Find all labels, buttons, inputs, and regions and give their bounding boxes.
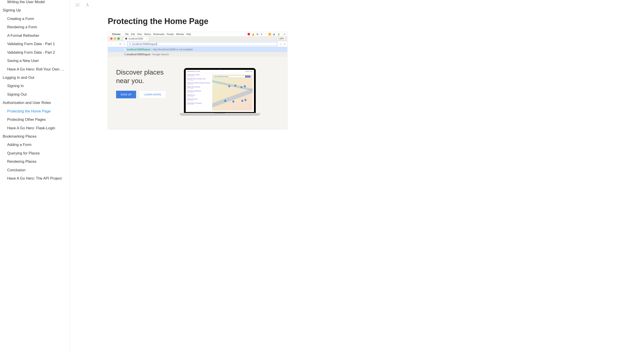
page-icon: 🗎 bbox=[129, 43, 131, 45]
toc-item[interactable]: Have A Go Hero: The API Project bbox=[3, 174, 67, 182]
close-icon[interactable] bbox=[110, 38, 112, 40]
map-pin-icon[interactable] bbox=[228, 85, 230, 88]
url-suggestion[interactable]: 🔍localhost:5000/logout - Google Search bbox=[108, 52, 287, 57]
map-search[interactable]: 1600 Amphitheater Parkway Search bbox=[214, 76, 251, 78]
menubar-status-icon[interactable]: 🔋 bbox=[277, 33, 280, 36]
toc-item[interactable]: Protecting the Home Page bbox=[3, 107, 67, 116]
tab-label: localhost:5000 bbox=[129, 38, 143, 40]
reload-icon[interactable]: ⟳ bbox=[119, 43, 121, 46]
toc-item[interactable]: Signing Up bbox=[3, 6, 67, 14]
menubar-status-icon[interactable]: 📶 bbox=[268, 33, 271, 36]
menu-icon[interactable] bbox=[76, 3, 80, 7]
toc-item[interactable]: Have A Go Hero: Flask-Login bbox=[3, 124, 67, 132]
toc-item[interactable]: Bookmarking Places bbox=[3, 132, 67, 140]
font-settings-icon[interactable]: A bbox=[85, 3, 89, 7]
url-suggestion[interactable]: 📄localhost:5000/logout – http://localhos… bbox=[108, 47, 287, 52]
learn-more-button[interactable]: LEARN MORE bbox=[139, 91, 166, 98]
toc-item[interactable]: Protecting Other Pages bbox=[3, 116, 67, 124]
toc-item[interactable]: Saving a New User bbox=[3, 56, 67, 65]
toc-item[interactable]: Querying for Places bbox=[3, 149, 67, 157]
map-pin-icon[interactable] bbox=[241, 100, 244, 102]
menubar-status-icon[interactable]: ↻ bbox=[261, 33, 262, 36]
url-input[interactable]: 🗎 localhost:5000/logout bbox=[127, 42, 277, 46]
mac-menu-item[interactable]: View bbox=[137, 33, 142, 36]
mac-menu-item[interactable]: Edit bbox=[131, 33, 135, 36]
menubar-status-icon[interactable]: 🔔 bbox=[252, 33, 254, 36]
map-pin-icon[interactable] bbox=[244, 99, 247, 101]
camera-icon bbox=[220, 69, 220, 70]
menubar-status-icon[interactable]: ⋮≡ bbox=[282, 33, 286, 36]
zoom-icon[interactable] bbox=[118, 38, 120, 40]
home-icon[interactable]: ⌂ bbox=[124, 43, 125, 45]
place-distance: 110 mi away bbox=[187, 84, 210, 85]
signout-link[interactable]: SIGN OUT bbox=[245, 71, 252, 72]
laptop-base bbox=[180, 113, 260, 116]
toc-item[interactable]: A Formal Refresher bbox=[3, 32, 67, 40]
mac-menu-item[interactable]: Bookmarks bbox=[153, 33, 164, 36]
map-search-button[interactable]: Search bbox=[245, 76, 250, 78]
toc-item[interactable]: Authorization and User Roles bbox=[3, 98, 67, 107]
place-item[interactable]: Rengstorff House110 mi away bbox=[187, 98, 210, 101]
back-icon[interactable]: ← bbox=[110, 43, 112, 45]
map-pin-icon[interactable] bbox=[234, 84, 237, 87]
menubar-status-icon[interactable]: 🐘 bbox=[256, 33, 259, 36]
recording-icon bbox=[248, 33, 250, 35]
toc-item[interactable]: Validating Form Data - Part 1 bbox=[3, 40, 67, 48]
place-item[interactable]: CyberSource110 mi away bbox=[187, 94, 210, 97]
map-pin-icon[interactable] bbox=[244, 85, 246, 88]
mac-menu-item[interactable]: History bbox=[144, 33, 151, 36]
place-distance: 110 mi away bbox=[187, 104, 210, 105]
map-pin-icon[interactable] bbox=[240, 86, 243, 88]
browser-chrome: localhost:5000 × Lalith ← → ⟳ ⌂ 🗎 localh… bbox=[108, 36, 287, 57]
hamburger-icon[interactable]: ≡ bbox=[284, 43, 286, 45]
place-item[interactable]: Shoreline Amphitheatre110 mi away bbox=[187, 90, 210, 93]
suggestion-icon: 📄 bbox=[124, 48, 126, 50]
place-distance: 110 mi away bbox=[187, 80, 210, 81]
suggestion-rest: - Google Search bbox=[150, 53, 169, 56]
profile-badge[interactable]: Lalith bbox=[277, 36, 286, 40]
map-pin-icon[interactable] bbox=[224, 100, 226, 102]
toc-item[interactable]: Signing In bbox=[3, 82, 67, 90]
browser-tab[interactable]: localhost:5000 × bbox=[123, 36, 149, 41]
mac-menu-item[interactable]: Window bbox=[176, 33, 184, 36]
map-pin-icon[interactable] bbox=[232, 100, 235, 102]
map-search-value: 1600 Amphitheater Parkway bbox=[214, 76, 228, 77]
menubar-status-icon[interactable]: ⋯ bbox=[264, 33, 266, 36]
address-bar-row: ← → ⟳ ⌂ 🗎 localhost:5000/logout ☆ ≡ bbox=[108, 41, 287, 47]
toc-item[interactable]: Signing Out bbox=[3, 90, 67, 98]
place-item[interactable]: Grasshopper (company)110 mi away bbox=[187, 102, 210, 105]
toc-item[interactable]: Adding a Form bbox=[3, 140, 67, 149]
toc-item[interactable]: Have A Go Hero: Roll Your Own Web… bbox=[3, 65, 67, 74]
toc-item[interactable]: Rendering Places bbox=[3, 157, 67, 166]
minimize-icon[interactable] bbox=[114, 38, 116, 40]
place-item[interactable]: Shoreline Park, Mountain View110 mi away bbox=[187, 78, 210, 81]
suggestion-rest: – http://localhost:5000/ is not availabl… bbox=[150, 48, 193, 51]
menu-app: Chrome bbox=[112, 33, 120, 36]
place-item[interactable]: Bridge School Benefit110 mi away bbox=[187, 86, 210, 89]
mac-menubar: Chrome FileEditViewHistoryBookmarksPeopl… bbox=[108, 32, 287, 36]
page: Protecting the Home Page Chrome FileEdit… bbox=[108, 16, 288, 129]
tab-close-icon[interactable]: × bbox=[146, 38, 147, 40]
toc-item[interactable]: Conclusion bbox=[3, 166, 67, 174]
toc-item[interactable]: Logging In and Out bbox=[3, 74, 67, 82]
signup-button[interactable]: SIGN UP bbox=[116, 91, 136, 98]
window-controls[interactable] bbox=[110, 38, 120, 40]
mac-menu-item[interactable]: File bbox=[125, 33, 129, 36]
map[interactable]: 1600 Amphitheater Parkway Search bbox=[212, 74, 252, 111]
hero-line2: near you. bbox=[116, 77, 144, 84]
mac-menu-item[interactable]: Help bbox=[186, 33, 191, 36]
place-item[interactable]: Genetic Information Research Institute11… bbox=[187, 82, 210, 85]
url-value: localhost:5000/logout bbox=[132, 43, 156, 45]
toc-item[interactable]: Creating a Form bbox=[3, 14, 67, 23]
place-distance: 110 mi away bbox=[187, 100, 210, 101]
forward-icon[interactable]: → bbox=[114, 43, 117, 45]
toc-item[interactable]: Rendering a Form bbox=[3, 23, 67, 31]
bookmark-star-icon[interactable]: ☆ bbox=[280, 43, 282, 46]
reader-topbar: A bbox=[70, 0, 644, 10]
tab-bar: localhost:5000 × Lalith bbox=[108, 36, 287, 41]
menubar-status-icon[interactable]: 🔈 bbox=[273, 33, 276, 36]
toc-item[interactable]: Validating Form Data - Part 2 bbox=[3, 48, 67, 56]
toc-item[interactable]: Writing the User Model bbox=[3, 0, 67, 6]
place-item[interactable]: Android lawn statues110 mi away bbox=[187, 74, 210, 77]
mac-menu-item[interactable]: People bbox=[167, 33, 174, 36]
